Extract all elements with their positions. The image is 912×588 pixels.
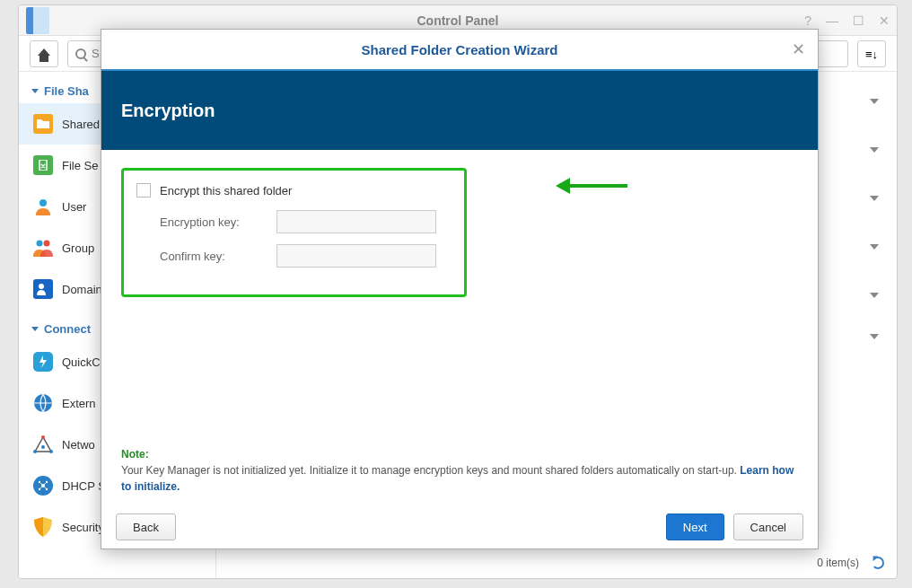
sidebar-item-label: Extern [62,397,96,410]
confirm-key-input[interactable] [276,244,436,268]
window-title: Control Panel [417,13,498,28]
step-title: Encryption [121,101,215,121]
back-button[interactable]: Back [116,513,176,540]
chevron-down-icon[interactable] [870,99,879,104]
encrypt-checkbox-row: Encrypt this shared folder [136,183,452,197]
note-text: Your Key Manager is not initialized yet.… [121,464,737,477]
dialog-title: Shared Folder Creation Wizard [361,42,557,57]
domain-icon [33,279,53,299]
maximize-icon[interactable]: ☐ [853,13,864,28]
svg-point-6 [33,450,37,453]
chevron-down-icon[interactable] [870,196,879,201]
note-label: Note: [121,448,149,461]
dhcp-icon [33,476,53,496]
sidebar-item-label: DHCP S [62,479,106,493]
home-icon [38,48,50,56]
sidebar-item-label: Security [62,521,104,534]
minimize-icon[interactable]: — [826,13,838,28]
annotation-arrow [568,184,627,188]
confirm-key-label: Confirm key: [160,250,267,263]
sidebar-item-label: Shared [62,118,100,131]
svg-point-3 [39,284,44,289]
chevron-down-icon[interactable] [870,244,879,250]
window-controls: ? — ☐ ✕ [804,13,890,28]
sidebar-item-label: Group [62,241,94,255]
svg-point-2 [44,241,50,247]
chevron-down-icon[interactable] [870,293,879,298]
refresh-button[interactable] [872,557,884,569]
confirm-key-row: Confirm key: [136,244,452,268]
svg-point-7 [49,450,53,453]
chevron-down-icon [31,89,39,93]
svg-point-0 [39,199,47,206]
refresh-icon [872,557,884,569]
cancel-button[interactable]: Cancel [733,513,803,540]
dialog-footer: Back Next Cancel [101,505,818,549]
chevron-down-icon[interactable] [870,147,879,153]
encryption-key-row: Encryption key: [136,210,452,233]
search-placeholder: S [92,47,100,60]
dialog-header: Shared Folder Creation Wizard ✕ [101,30,818,69]
app-icon [26,7,49,34]
dialog-banner: Encryption [101,69,818,150]
close-icon[interactable]: ✕ [879,13,890,28]
encryption-key-label: Encryption key: [160,215,267,229]
section-label: File Sha [44,84,89,98]
search-icon [75,48,86,59]
encryption-key-input[interactable] [276,210,436,233]
chevron-down-icon[interactable] [870,334,879,339]
svg-point-5 [41,435,45,439]
quickconnect-icon [33,352,53,372]
network-icon [33,434,53,454]
globe-icon [33,393,53,413]
sidebar-item-label: File Se [62,159,98,172]
sidebar-item-label: Netwo [62,438,95,452]
svg-point-8 [41,445,45,449]
status-bar: 0 item(s) [817,557,884,569]
dialog-close-button[interactable]: ✕ [792,39,805,59]
shared-folder-wizard-dialog: Shared Folder Creation Wizard ✕ Encrypti… [101,29,819,549]
help-icon[interactable]: ? [804,13,811,28]
svg-point-1 [37,241,43,247]
encrypt-checkbox[interactable] [136,183,151,197]
sidebar-item-label: Domain [62,283,102,296]
encrypt-checkbox-label: Encrypt this shared folder [160,184,292,197]
folder-share-icon [33,114,53,134]
shield-icon [33,517,53,537]
sidebar-item-label: User [62,200,86,214]
group-icon [33,238,53,258]
encryption-form-highlight: Encrypt this shared folder Encryption ke… [121,168,467,297]
chevron-down-icon [31,327,39,331]
section-label: Connect [44,322,91,336]
next-button[interactable]: Next [666,513,724,540]
dialog-body: Encrypt this shared folder Encryption ke… [101,150,818,473]
home-button[interactable] [30,40,58,67]
sidebar-item-label: QuickC [62,355,101,369]
file-service-icon [33,155,53,175]
sort-button[interactable]: ≡↓ [857,40,886,67]
item-count: 0 item(s) [817,557,859,569]
user-icon [33,197,53,216]
note-area: Note: Your Key Manager is not initialize… [121,446,798,495]
